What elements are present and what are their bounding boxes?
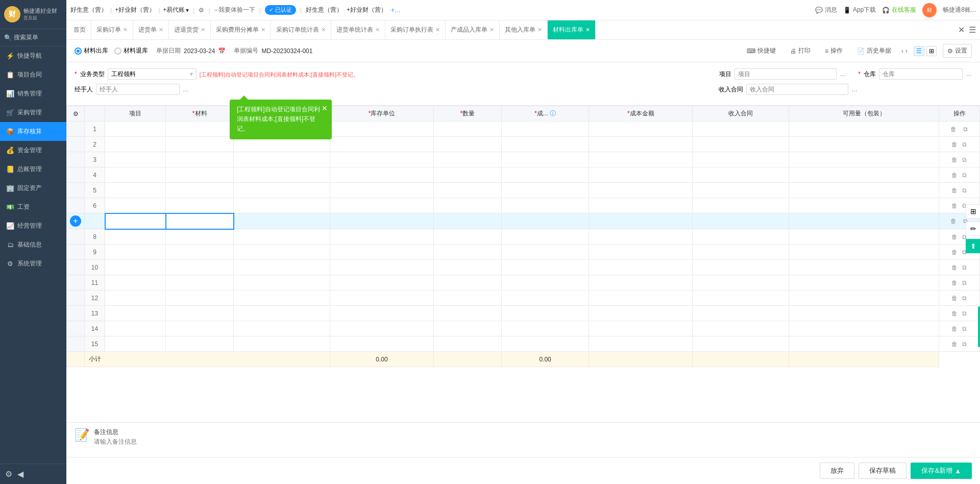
save-new-btn[interactable]: 保存&新增 ▲ (911, 463, 972, 479)
cell-cost[interactable] (501, 291, 589, 306)
delete-row-btn[interactable]: 🗑 (949, 339, 960, 349)
cell-project[interactable] (105, 306, 166, 321)
cell-spec[interactable] (234, 183, 330, 198)
cell-material[interactable] (166, 167, 234, 183)
online-service-btn[interactable]: 🎧 在线客服 (882, 6, 916, 14)
cell-material[interactable] (166, 183, 234, 198)
copy-row-btn[interactable]: ⧉ (960, 262, 970, 273)
save-draft-btn[interactable]: 保存草稿 (859, 463, 906, 479)
cell-cost-amount[interactable] (589, 291, 693, 306)
top-nav-settings-icon[interactable]: ⚙ (199, 7, 204, 14)
info-icon[interactable]: ⓘ (550, 110, 556, 117)
user-name[interactable]: 畅捷通8账... (943, 6, 976, 14)
cell-quantity[interactable] (433, 183, 501, 198)
cell-spec[interactable] (234, 260, 330, 275)
cell-spec-active[interactable] (234, 213, 330, 229)
copy-row-btn[interactable]: ⧉ (960, 185, 970, 196)
top-nav-good-fin[interactable]: +好业财（营） (115, 6, 155, 14)
cell-cost[interactable] (501, 183, 589, 198)
agent-text[interactable] (100, 86, 176, 93)
sidebar-item-finance[interactable]: 💰 资金管理 (0, 141, 66, 160)
cell-cost-amount[interactable] (589, 275, 693, 291)
cell-income-contract[interactable] (693, 321, 789, 336)
cell-cost-amount[interactable] (589, 229, 693, 245)
tab-close-icon[interactable]: ✕ (375, 27, 380, 33)
cell-spec[interactable] (234, 275, 330, 291)
cell-available[interactable] (789, 152, 939, 167)
delete-row-btn[interactable]: 🗑 (949, 201, 960, 211)
cell-income-contract[interactable] (693, 167, 789, 183)
cell-cost[interactable] (501, 336, 589, 352)
sidebar-item-system[interactable]: ⚙ 系统管理 (0, 254, 66, 273)
cell-cost[interactable] (501, 137, 589, 152)
tab-close-icon[interactable]: ✕ (489, 27, 494, 33)
agent-input[interactable] (96, 84, 180, 95)
cell-cost[interactable] (501, 167, 589, 183)
sidebar-item-ops[interactable]: 📈 经营管理 (0, 216, 66, 235)
cell-cost[interactable] (501, 198, 589, 213)
sidebar-item-inventory[interactable]: 📦 库存核算 (0, 122, 66, 141)
copy-row-btn[interactable]: ⧉ (960, 308, 970, 319)
cell-spec[interactable] (234, 198, 330, 213)
cell-quantity-active[interactable] (433, 213, 501, 229)
cell-project[interactable] (105, 167, 166, 183)
right-tool-2[interactable]: ✏ (966, 222, 980, 236)
cell-available[interactable] (789, 275, 939, 291)
cell-quantity[interactable] (433, 245, 501, 260)
cell-unit[interactable] (330, 260, 434, 275)
cell-income-contract[interactable] (693, 260, 789, 275)
cell-cost-amount[interactable] (589, 198, 693, 213)
cell-material[interactable] (166, 137, 234, 152)
delete-row-btn[interactable]: 🗑 (949, 155, 960, 165)
cell-available[interactable] (789, 198, 939, 213)
cell-available[interactable] (789, 291, 939, 306)
cell-project[interactable] (105, 122, 166, 137)
cell-cost-amount[interactable] (589, 137, 693, 152)
project-input[interactable] (734, 68, 837, 80)
cell-income-contract[interactable] (693, 245, 789, 260)
cell-available[interactable] (789, 336, 939, 352)
search-menu[interactable]: 🔍 搜索菜单 (0, 29, 66, 46)
tab-close-icon[interactable]: ✕ (201, 27, 205, 33)
copy-row-btn[interactable]: ⧉ (960, 324, 970, 334)
view-grid-btn[interactable]: ⊞ (926, 46, 937, 56)
cell-project[interactable] (105, 291, 166, 306)
add-row-btn[interactable]: + (70, 215, 81, 227)
settings-btn[interactable]: ⚙ 设置 (943, 44, 972, 58)
cell-project[interactable] (105, 183, 166, 198)
cell-income-contract[interactable] (693, 137, 789, 152)
cell-spec[interactable] (234, 152, 330, 167)
delete-row-btn[interactable]: 🗑 (949, 139, 960, 150)
tab-close-icon[interactable]: ✕ (123, 27, 128, 33)
business-type-input[interactable]: ▾ (108, 68, 197, 80)
tab-inbound-stats[interactable]: 进货单统计表 ✕ (331, 20, 385, 40)
cell-material[interactable] (166, 260, 234, 275)
sidebar-item-assets[interactable]: 🏢 固定资产 (0, 179, 66, 198)
discard-btn[interactable]: 放弃 (820, 463, 854, 479)
calendar-icon[interactable]: 📅 (218, 47, 226, 55)
cell-quantity[interactable] (433, 336, 501, 352)
tab-close-icon[interactable]: ✕ (261, 27, 265, 33)
project-more-btn[interactable]: … (840, 70, 846, 78)
cell-spec[interactable] (234, 245, 330, 260)
cell-material[interactable] (166, 152, 234, 167)
cell-unit[interactable] (330, 137, 434, 152)
sidebar-item-purchase[interactable]: 🛒 采购管理 (0, 103, 66, 122)
prev-record-btn[interactable]: ‹ (901, 47, 903, 55)
copy-row-btn[interactable]: ⧉ (960, 155, 970, 165)
top-nav-agent[interactable]: +易代账 ▾ (163, 6, 189, 14)
right-tool-1[interactable]: ⊞ (966, 204, 980, 219)
cell-spec[interactable] (234, 167, 330, 183)
warehouse-text[interactable] (883, 70, 959, 78)
cell-cost[interactable] (501, 245, 589, 260)
tab-return[interactable]: 进退货货 ✕ (169, 20, 211, 40)
cell-unit[interactable] (330, 336, 434, 352)
copy-row-btn[interactable]: ⧉ (960, 139, 970, 150)
tab-close-icon[interactable]: ✕ (321, 27, 326, 33)
app-download-btn[interactable]: 📱 App下载 (843, 6, 876, 14)
col-income-contract-header[interactable]: 收入合同 (693, 106, 789, 122)
cell-material[interactable] (166, 275, 234, 291)
cell-cost[interactable] (501, 275, 589, 291)
cell-unit[interactable] (330, 122, 434, 137)
cell-cost-amount[interactable] (589, 321, 693, 336)
